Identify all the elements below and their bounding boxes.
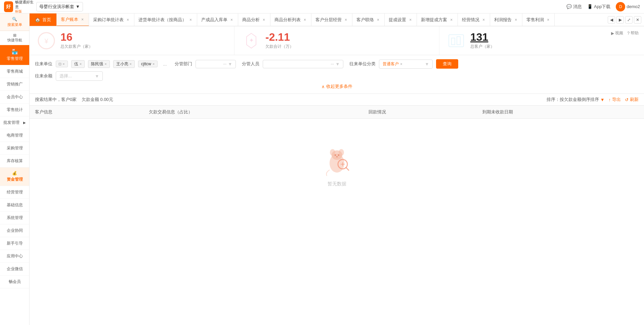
extra-dropdown: ▼ (95, 74, 99, 79)
tab-close-business[interactable]: × (481, 17, 486, 23)
tab-next-btn[interactable]: ▶ (616, 16, 624, 24)
export-btn[interactable]: ↑ 导出 (609, 97, 621, 103)
table-empty-row: 暂无数据 (30, 119, 644, 214)
refresh-btn[interactable]: ↺ 刷新 (625, 97, 639, 103)
sidebar-item-basic-info[interactable]: 基础信息 (0, 199, 29, 212)
tab-close-new-promotion[interactable]: × (449, 17, 454, 23)
sidebar-item-retail-mall[interactable]: 零售商城 (0, 65, 29, 78)
sidebar-item-enterprise-collab[interactable]: 企业协同 (0, 224, 29, 237)
tab-close-production[interactable]: × (229, 17, 234, 23)
sidebar-item-system[interactable]: 系统管理 (0, 212, 29, 224)
tab-product-analysis[interactable]: 商品分析 × (238, 13, 270, 26)
tab-close-accounts-book[interactable]: × (80, 17, 85, 22)
extra-select[interactable]: 选择... ▼ (56, 71, 103, 81)
tab-retail-profit[interactable]: 零售利润 × (522, 13, 555, 26)
filter-more-btn[interactable]: ... (161, 61, 169, 67)
user-action[interactable]: D demo2 (616, 2, 640, 11)
sidebar-item-app-center[interactable]: 应用中心 (0, 250, 29, 263)
sidebar-item-newbie[interactable]: 新手引导 (0, 237, 29, 250)
retail-icon: 🏪 (11, 48, 18, 55)
tab-profit-report[interactable]: 利润报告 × (490, 13, 522, 26)
unit-class-tag-close[interactable]: × (400, 62, 402, 66)
tab-close-product-analysis[interactable]: × (262, 17, 266, 23)
sidebar-item-member-center[interactable]: 会员中心 (0, 91, 29, 104)
sidebar-item-inventory[interactable]: 库存核算 (0, 155, 29, 168)
filter-tag-wu[interactable]: 伍 × (71, 60, 85, 68)
tag-close-chen[interactable]: × (104, 62, 106, 66)
tab-close-purchase[interactable]: × (126, 17, 130, 23)
sidebar-item-wholesale[interactable]: 批发管理 ▶ (0, 116, 29, 129)
tab-close-product-list[interactable]: × (303, 17, 307, 23)
debtors-value: 16 (60, 32, 93, 42)
tab-business-status[interactable]: 经营情况 × (458, 13, 490, 26)
logo-text: 畅捷通好生意 标版 (15, 0, 34, 13)
message-action[interactable]: 💬 消息 (566, 4, 582, 10)
filter-tag-checkbox[interactable]: □ × (56, 61, 68, 67)
tag-close-cjttcw[interactable]: × (153, 62, 155, 66)
store-selector[interactable]: 母婴行业演示帐套 ▼ (36, 2, 83, 11)
tag-close-checkbox[interactable]: × (62, 62, 65, 66)
card-data-customers: 131 总客户（家） (470, 32, 495, 49)
sort-selector[interactable]: 排序：按欠款金额倒序排序 ▼ (547, 97, 605, 103)
logo-icon: 好 (4, 1, 13, 12)
grid-icon: ⊞ (3, 33, 27, 38)
app-download-action[interactable]: 📱 App下载 (587, 4, 610, 10)
sidebar-item-retail-stats[interactable]: 零售统计 (0, 104, 29, 116)
tab-customer-contact[interactable]: 客户联络 × (352, 13, 385, 26)
svg-point-10 (335, 154, 336, 156)
tab-customer-tiering[interactable]: 客户分层经营 × (311, 13, 352, 26)
filter-tag-cjttcw[interactable]: cjttcw × (138, 61, 158, 67)
filter-row-2: 往来余额 选择... ▼ (35, 71, 639, 81)
tab-home[interactable]: 🏠 首页 (30, 13, 57, 26)
dept-select[interactable]: ··· ▼ (196, 60, 236, 68)
tab-new-promotion[interactable]: 新增提成方案 × (417, 13, 458, 26)
filter-tag-chen[interactable]: 陈民强 × (88, 60, 110, 68)
staff-select[interactable]: ··· ▼ (263, 60, 343, 68)
svg-point-12 (336, 156, 338, 157)
customers-label: 总客户（家） (470, 44, 495, 49)
tab-close-inbound[interactable]: × (188, 17, 193, 23)
tab-close-retail[interactable]: × (546, 17, 550, 23)
dept-label: 分管部门 (175, 61, 192, 67)
staff-label: 分管人员 (242, 61, 259, 67)
tab-close-tiering[interactable]: × (344, 17, 348, 23)
tab-maximize-btn[interactable]: ⤢ (625, 16, 633, 24)
sidebar-quick-nav[interactable]: ⊞ 快捷导航 (0, 31, 29, 45)
sidebar-item-operations[interactable]: 经营管理 (0, 186, 29, 199)
sidebar-item-marketing[interactable]: 营销推广 (0, 78, 29, 91)
tag-close-wang[interactable]: × (130, 62, 132, 66)
sidebar-search[interactable]: 🔍 搜索菜单 (0, 13, 29, 31)
tab-product-analysis-list[interactable]: 商品分析列表 × (270, 13, 311, 26)
help-btn[interactable]: ? 帮助 (627, 30, 639, 36)
debt-value: -2.11 (265, 32, 294, 42)
tab-accounts-book[interactable]: 客户账本 × (57, 13, 89, 26)
sidebar-item-retail-mgmt[interactable]: 🏪 零售管理 (0, 45, 29, 65)
tab-close-contact[interactable]: × (376, 17, 380, 23)
video-btn[interactable]: ▶ 视频 (611, 30, 623, 36)
tab-purchase-order-stats[interactable]: 采购订单统计表 × (89, 13, 134, 26)
unit-class-select[interactable]: 普通客户 × ▼ (379, 60, 433, 69)
sidebar-item-purchase[interactable]: 采购管理 (0, 142, 29, 155)
debtor-bg-icon: ¥ (38, 32, 55, 49)
tab-production-inbound[interactable]: 产成品入库单 × (197, 13, 238, 26)
tab-close-promotion[interactable]: × (408, 17, 413, 23)
summary-card-debt: ✦ -2.11 欠款合计（万） (234, 26, 439, 55)
sidebar-item-ecommerce[interactable]: 电商管理 (0, 129, 29, 142)
chevron-up-icon: ∧ (321, 84, 325, 89)
tab-prev-btn[interactable]: ◀ (608, 16, 615, 24)
empty-text: 暂无数据 (328, 181, 346, 187)
filter-tag-wang[interactable]: 王小亮 × (113, 60, 135, 68)
avatar: D (616, 2, 625, 11)
tab-promotion-settings[interactable]: 提成设置 × (385, 13, 417, 26)
finance-icon: 💰 (12, 171, 17, 176)
tab-close-all-btn[interactable]: ✕ (634, 16, 641, 24)
sidebar-item-vip[interactable]: 畅会员 (0, 276, 29, 288)
collapse-btn[interactable]: ∧ 收起更多条件 (321, 83, 352, 89)
sidebar-item-finance[interactable]: 💰 资金管理 (0, 168, 29, 186)
query-button[interactable]: 查询 (436, 59, 458, 69)
tab-close-profit[interactable]: × (514, 17, 518, 23)
sidebar-item-wechat[interactable]: 企业微信 (0, 263, 29, 276)
tab-inbound-stats[interactable]: 进货单统计表（按商品） × (134, 13, 197, 26)
logo-area: 好 畅捷通好生意 标版 (4, 0, 34, 13)
tag-close-wu[interactable]: × (80, 62, 82, 66)
